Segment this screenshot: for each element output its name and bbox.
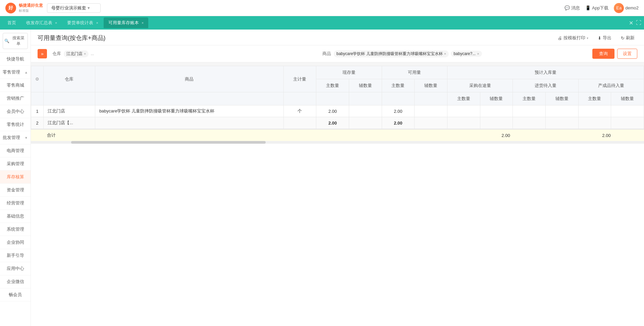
sidebar-item-yingyong[interactable]: 应用中心 — [0, 262, 31, 275]
sidebar-item-lingshoutongji[interactable]: 零售统计 — [0, 118, 31, 131]
sidebar-item-kucunhesuan[interactable]: 库存核算 — [0, 171, 31, 184]
refresh-icon: ↻ — [621, 36, 625, 41]
th-available: 可用量 — [382, 66, 447, 79]
sidebar-jingying-label: 经营管理 — [7, 200, 24, 205]
search-menu-label: 搜索菜单 — [11, 35, 26, 47]
sidebar-item-qiyextong[interactable]: 企业协同 — [0, 236, 31, 249]
print-btn[interactable]: 🖨 按模板打印 ▾ — [555, 34, 591, 42]
top-bar: 好 畅捷通好生意 标准版 母婴行业演示账套 ▾ 💬 消息 📱 App下载 Ea … — [0, 0, 644, 16]
sidebar-item-jichu[interactable]: 基础信息 — [0, 210, 31, 223]
app-icon: 📱 — [585, 5, 591, 10]
table-container: ⚙ 仓库 商品 主计量 现存量 可用量 预计入库量 主数量 辅数量 主数量 辅数… — [31, 66, 644, 326]
sidebar-item-zijin[interactable]: 资金管理 — [0, 184, 31, 197]
tab-yaohuo-close[interactable]: × — [96, 21, 98, 25]
filter-product-group: 商品 babycare学饮杯 儿童防摔防撞吸管杯重力球吸嘴杯宝宝水杯 × bab… — [322, 50, 587, 57]
sidebar-item-dianshang[interactable]: 电商管理 — [0, 144, 31, 157]
tab-yaohuo[interactable]: 要货单统计表 × — [62, 17, 103, 28]
product-tag2: babycare?... × — [451, 51, 482, 57]
sidebar-item-lingshouguan[interactable]: 零售管理 ▲ — [0, 66, 31, 79]
print-label: 按模板打印 — [564, 35, 585, 41]
row1-stock-aux — [349, 105, 382, 117]
tab-yaohuo-label: 要货单统计表 — [67, 20, 93, 26]
sidebar-item-qiyeweixin[interactable]: 企业微信 — [0, 275, 31, 288]
th-empty2 — [44, 92, 95, 105]
export-icon: ⬇ — [598, 36, 601, 41]
sidebar-item-pifaguan[interactable]: 批发管理 ▼ — [0, 131, 31, 144]
product-filter-tags: babycare学饮杯 儿童防摔防撞吸管杯重力球吸嘴杯宝宝水杯 × babyca… — [334, 50, 587, 57]
sidebar-huiyuan-label: 会员中心 — [7, 109, 24, 114]
sidebar-item-xinshou[interactable]: 新手引导 — [0, 249, 31, 262]
tab-kucun[interactable]: 可用量库存账本 × — [104, 17, 148, 28]
export-btn[interactable]: ⬇ 导出 — [595, 34, 614, 42]
row1-inc-main — [513, 105, 546, 117]
main-layout: 🔍 搜索菜单 快捷导航 零售管理 ▲ 零售商城 营销推广 会员中心 零售统计 批… — [0, 30, 644, 326]
product-tag1-close[interactable]: × — [444, 52, 446, 56]
logo-icon: 好 — [5, 3, 16, 13]
content-area: 可用量查询(按仓库+商品) 🖨 按模板打印 ▾ ⬇ 导出 ↻ 刷新 — [31, 30, 644, 326]
th-empty8 — [415, 92, 447, 105]
sidebar-item-yingxiao[interactable]: 营销推广 — [0, 92, 31, 105]
th-stock-main: 主数量 — [316, 79, 349, 92]
query-btn[interactable]: 查询 — [592, 49, 614, 59]
sidebar-item-kuaijie[interactable]: 快捷导航 — [0, 53, 31, 66]
message-btn[interactable]: 💬 消息 — [565, 5, 580, 11]
refresh-btn[interactable]: ↻ 刷新 — [618, 34, 637, 42]
horizontal-scrollbar[interactable] — [31, 141, 644, 144]
tab-kucun-close[interactable]: × — [142, 21, 144, 25]
search-icon: 🔍 — [4, 39, 9, 43]
fullscreen-icon[interactable]: ⛶ — [636, 20, 641, 26]
th-empty7 — [382, 92, 415, 105]
th-production-pending: 产成品待入量 — [578, 79, 644, 92]
row1-avail-main: 2.00 — [382, 105, 415, 117]
sidebar-item-lingshoucheng[interactable]: 零售商城 — [0, 79, 31, 92]
th-prod-main: 主数量 — [578, 92, 611, 105]
sidebar-item-huiyuan[interactable]: 会员中心 — [0, 105, 31, 118]
sidebar-item-caigou[interactable]: 采购管理 — [0, 157, 31, 171]
app-download-btn[interactable]: 📱 App下载 — [585, 5, 608, 11]
page-actions: 🖨 按模板打印 ▾ ⬇ 导出 ↻ 刷新 — [555, 34, 637, 42]
filter-more-btn[interactable]: ... — [91, 51, 94, 56]
sidebar-changyuan-label: 畅会员 — [9, 292, 22, 297]
scrollbar-thumb[interactable] — [71, 141, 266, 144]
industry-select[interactable]: 母婴行业演示账套 ▾ — [47, 3, 101, 13]
sidebar-search-area: 🔍 搜索菜单 — [0, 30, 31, 53]
warehouse-tag-close[interactable]: × — [84, 52, 86, 56]
tab-shoufacu-label: 收发存汇总表 — [26, 20, 52, 26]
row2-avail-aux — [415, 117, 447, 129]
search-menu-btn[interactable]: 🔍 搜索菜单 — [3, 33, 28, 49]
sidebar-item-xitong[interactable]: 系统管理 — [0, 223, 31, 236]
row1-avail-aux — [415, 105, 447, 117]
row1-product: babycare学饮杯 儿童防摔防撞吸管杯重力球吸嘴杯宝宝水杯 — [95, 105, 283, 117]
product-tag1-text: babycare学饮杯 儿童防摔防撞吸管杯重力球吸嘴杯宝宝水杯 — [336, 51, 443, 57]
tab-shoufacu-close[interactable]: × — [55, 21, 57, 25]
sidebar-item-changyuan[interactable]: 畅会员 — [0, 288, 31, 301]
user-btn[interactable]: Ea demo2 — [614, 3, 639, 13]
close-all-icon[interactable]: ✕ — [629, 20, 633, 26]
warehouse-filter-label: 仓库 — [52, 51, 61, 57]
filter-actions: 查询 设置 — [592, 49, 637, 59]
row2-no: 2 — [31, 117, 44, 129]
product-tag2-close[interactable]: × — [477, 52, 479, 56]
tab-shoufacu[interactable]: 收发存汇总表 × — [21, 17, 62, 28]
export-label: 导出 — [603, 35, 611, 41]
warehouse-tag-text: 江北门店 — [66, 51, 83, 57]
sidebar-kuaijie-label: 快捷导航 — [7, 56, 24, 61]
setting-btn[interactable]: 设置 — [617, 49, 637, 59]
column-settings-icon[interactable]: ⚙ — [35, 77, 39, 82]
row2-warehouse: 江北门店【... — [44, 117, 95, 129]
username: demo2 — [625, 5, 639, 10]
page-title: 可用量查询(按仓库+商品) — [38, 34, 106, 42]
table-row: 1 江北门店 babycare学饮杯 儿童防摔防撞吸管杯重力球吸嘴杯宝宝水杯 个… — [31, 105, 644, 117]
chevron-down-icon: ▾ — [88, 5, 90, 10]
tab-home[interactable]: 首页 — [3, 17, 21, 28]
th-avail-aux: 辅数量 — [415, 79, 447, 92]
row1-warehouse: 江北门店 — [44, 105, 95, 117]
row2-prod-aux — [611, 117, 644, 129]
sidebar-yingxiao-label: 营销推广 — [7, 96, 24, 101]
refresh-label: 刷新 — [626, 35, 635, 41]
sidebar-item-jingying[interactable]: 经营管理 — [0, 197, 31, 210]
sidebar-dianshang-label: 电商管理 — [7, 148, 24, 153]
product-tag1: babycare学饮杯 儿童防摔防撞吸管杯重力球吸嘴杯宝宝水杯 × — [334, 50, 449, 57]
row2-inc-main — [513, 117, 546, 129]
filter-expand-btn[interactable]: » — [38, 49, 47, 58]
